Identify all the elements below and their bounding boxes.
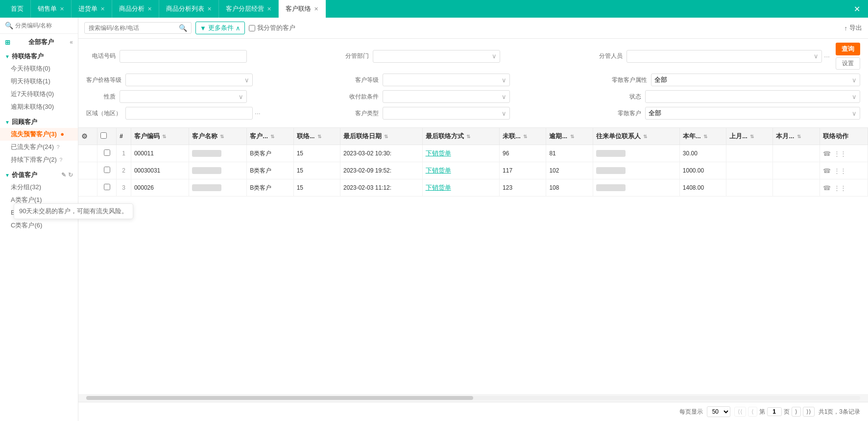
dept-select[interactable]: ∨ bbox=[373, 50, 500, 63]
select-all-checkbox[interactable] bbox=[100, 132, 107, 139]
toolbar-search-icon[interactable]: 🔍 bbox=[179, 24, 187, 32]
contact-action-icon[interactable]: ☎ bbox=[823, 150, 831, 157]
th-last-method[interactable]: 最后联络方式 ⇅ bbox=[422, 128, 499, 145]
th-name[interactable]: 客户名称 ⇅ bbox=[189, 128, 247, 145]
query-button[interactable]: 查询 bbox=[836, 43, 860, 55]
close-all-button[interactable]: ✕ bbox=[850, 4, 864, 14]
close-purchase-tab[interactable]: ✕ bbox=[100, 6, 105, 12]
table-settings-icon[interactable]: ⚙ bbox=[81, 132, 88, 140]
filter-payment: 收付款条件 ∨ bbox=[349, 90, 598, 103]
sidebar-item-declining[interactable]: 持续下滑客户(2) ? bbox=[0, 153, 78, 166]
tab-product-analysis-list[interactable]: 商品分析列表 ✕ bbox=[159, 0, 219, 18]
zero-retail-select[interactable]: 全部 ∨ bbox=[645, 107, 860, 120]
row-this-month-cell bbox=[773, 179, 820, 197]
sort-this-month-icon: ⇅ bbox=[797, 134, 801, 139]
contact-action-icon[interactable]: ☎ bbox=[823, 167, 831, 174]
phone-input[interactable] bbox=[120, 50, 247, 63]
sidebar-item-today-contact[interactable]: 今天待联络(0) bbox=[0, 62, 78, 75]
scrollbar-thumb[interactable] bbox=[86, 396, 473, 400]
sidebar-search-input[interactable] bbox=[15, 22, 73, 29]
more-filter-button[interactable]: ▼ 更多条件 ∧ bbox=[195, 22, 245, 34]
row-checkbox-0[interactable] bbox=[104, 149, 110, 156]
sidebar-item-already-churned[interactable]: 已流失客户(24) ? bbox=[0, 141, 78, 153]
section-pending-contact-title[interactable]: ▼ 待联络客户 bbox=[0, 50, 78, 62]
tab-customer-tier[interactable]: 客户分层经营 ✕ bbox=[219, 0, 279, 18]
sidebar-item-7days-contact[interactable]: 近7天待联络(0) bbox=[0, 88, 78, 100]
row-last-month-cell bbox=[726, 145, 773, 162]
close-product-analysis-list-tab[interactable]: ✕ bbox=[207, 6, 212, 12]
th-code[interactable]: 客户编码 ⇅ bbox=[131, 128, 189, 145]
filter-customer-level: 客户等级 ∨ bbox=[349, 74, 598, 86]
page-size-select[interactable]: 50 bbox=[707, 406, 730, 417]
contact-action-icon[interactable]: ☎ bbox=[823, 184, 831, 192]
horizontal-scrollbar[interactable] bbox=[86, 396, 860, 400]
person-more-icon[interactable]: ··· bbox=[822, 52, 832, 60]
sidebar-item-overdue-contact[interactable]: 逾期未联络(30) bbox=[0, 100, 78, 113]
more-action-icon[interactable]: ⋮⋮ bbox=[834, 150, 846, 157]
section-review-title[interactable]: ▼ 回顾客户 bbox=[0, 115, 78, 128]
method-link[interactable]: 下销货单 bbox=[426, 149, 451, 157]
close-customer-contact-tab[interactable]: ✕ bbox=[314, 6, 318, 12]
tab-purchase[interactable]: 进货单 ✕ bbox=[72, 0, 112, 18]
next-page-button[interactable]: ⟩ bbox=[792, 407, 801, 417]
page-navigation: ⟨⟨ ⟨ 第 页 ⟩ ⟩⟩ bbox=[734, 407, 815, 417]
status-select[interactable]: ∨ bbox=[645, 90, 860, 103]
customer-type-select[interactable]: ∨ bbox=[383, 107, 510, 120]
close-customer-tier-tab[interactable]: ✕ bbox=[267, 6, 271, 12]
export-button[interactable]: ↑ 导出 bbox=[844, 24, 863, 32]
th-type[interactable]: 客户... ⇅ bbox=[247, 128, 293, 145]
th-overdue[interactable]: 逾期... ⇅ bbox=[546, 128, 593, 145]
th-contact[interactable]: 联络... ⇅ bbox=[293, 128, 340, 145]
th-last-date[interactable]: 最后联络日期 ⇅ bbox=[340, 128, 422, 145]
toolbar-search-input[interactable] bbox=[89, 25, 177, 31]
sidebar-item-churn-warning[interactable]: 流失预警客户(3) ● bbox=[0, 128, 78, 141]
th-last-month[interactable]: 上月... ⇅ bbox=[726, 128, 773, 145]
sidebar-item-tomorrow-contact[interactable]: 明天待联络(1) bbox=[0, 75, 78, 88]
gender-select[interactable]: ∨ bbox=[120, 90, 247, 103]
zero-retail-attr-select[interactable]: 全部 ∨ bbox=[651, 74, 860, 86]
th-contacts[interactable]: 往来单位联系人 ⇅ bbox=[593, 128, 679, 145]
price-level-select[interactable]: ∨ bbox=[125, 74, 253, 86]
th-settings[interactable]: ⚙ bbox=[78, 128, 97, 145]
prev-page-button[interactable]: ⟨ bbox=[748, 407, 757, 417]
person-select[interactable]: ∨ bbox=[627, 50, 822, 63]
close-product-analysis-tab[interactable]: ✕ bbox=[147, 6, 152, 12]
tab-customer-contact[interactable]: 客户联络 ✕ bbox=[279, 0, 326, 18]
th-this-year[interactable]: 本年... ⇅ bbox=[679, 128, 726, 145]
all-customers-header[interactable]: ⊞ 全部客户 « bbox=[0, 34, 78, 49]
first-page-button[interactable]: ⟨⟨ bbox=[734, 407, 746, 417]
all-customers-label: 全部客户 bbox=[28, 38, 54, 47]
sort-last-month-icon: ⇅ bbox=[750, 134, 754, 139]
more-action-icon[interactable]: ⋮⋮ bbox=[834, 167, 846, 174]
region-select[interactable] bbox=[125, 107, 253, 120]
payment-select[interactable]: ∨ bbox=[383, 90, 510, 103]
more-action-icon[interactable]: ⋮⋮ bbox=[834, 184, 846, 192]
tab-sales[interactable]: 销售单 ✕ bbox=[31, 0, 72, 18]
method-link[interactable]: 下销货单 bbox=[426, 184, 451, 191]
sidebar-collapse-icon[interactable]: « bbox=[70, 39, 73, 46]
sidebar-item-class-c[interactable]: C类客户(6) bbox=[0, 219, 78, 232]
edit-icon[interactable]: ✎ bbox=[61, 172, 66, 178]
method-link[interactable]: 下销货单 bbox=[426, 167, 451, 174]
close-sales-tab[interactable]: ✕ bbox=[60, 6, 64, 12]
sidebar-item-ungrouped[interactable]: 未分组(32) bbox=[0, 181, 78, 194]
content-area: 🔍 ▼ 更多条件 ∧ 我分管的客户 ↑ 导出 电话号码 bbox=[78, 18, 868, 421]
blurred-name bbox=[192, 184, 221, 191]
row-code-cell: 000011 bbox=[131, 145, 189, 162]
region-more-icon[interactable]: ··· bbox=[253, 109, 263, 117]
row-name-cell bbox=[189, 145, 247, 162]
settings-button[interactable]: 设置 bbox=[836, 57, 860, 70]
page-number-input[interactable] bbox=[767, 407, 782, 416]
section-value-customers: ▼ 价值客户 ✎ ↻ 未分组(32) A类客户(1) B类客户(33) C类客户… bbox=[0, 167, 78, 233]
row-checkbox-2[interactable] bbox=[104, 184, 110, 190]
customer-level-select[interactable]: ∨ bbox=[383, 74, 510, 86]
th-this-month[interactable]: 本月... ⇅ bbox=[773, 128, 820, 145]
refresh-icon[interactable]: ↻ bbox=[68, 172, 73, 178]
last-page-button[interactable]: ⟩⟩ bbox=[803, 407, 815, 417]
tab-product-analysis[interactable]: 商品分析 ✕ bbox=[112, 0, 159, 18]
row-checkbox-1[interactable] bbox=[104, 167, 110, 173]
th-uncontacted[interactable]: 未联... ⇅ bbox=[500, 128, 546, 145]
tab-home[interactable]: 首页 bbox=[4, 0, 31, 18]
section-value-title[interactable]: ▼ 价值客户 ✎ ↻ bbox=[0, 168, 78, 181]
my-customers-checkbox[interactable] bbox=[249, 25, 255, 31]
